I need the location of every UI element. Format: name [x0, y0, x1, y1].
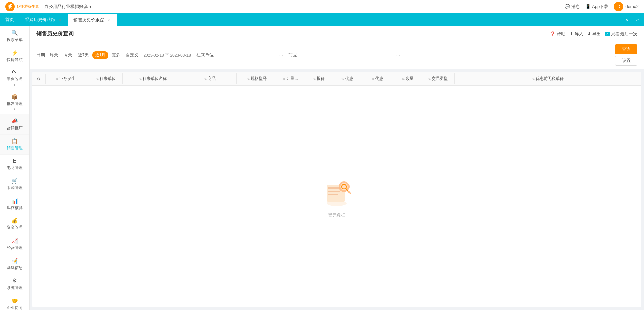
sidebar-item-purchase[interactable]: 🛒 采购管理 [0, 174, 29, 194]
export-btn[interactable]: ⬇ 导出 [587, 31, 601, 37]
page-actions: ❓ 帮助 ⬆ 导入 ⬇ 导出 ✓ 只看最后一次 [550, 31, 637, 37]
search-button[interactable]: 查询 [615, 44, 637, 54]
sidebar-label-purchase: 采购管理 [7, 185, 23, 191]
tab-bar: 首页 采购历史价跟踪 × 销售历史价跟踪 × ✕ ⤢ [0, 13, 644, 26]
th-partner-code[interactable]: ⇅ 往来单位 [89, 73, 123, 84]
filter-right-btns: 查询 设置 [615, 44, 637, 66]
sidebar-label-retail: 零售管理 [7, 77, 23, 82]
sidebar-label-quick-nav: 快捷导航 [7, 57, 23, 63]
partner-input[interactable] [216, 52, 277, 58]
sort-icon: ⇅ [341, 77, 344, 81]
th-partner-name[interactable]: ⇅ 往来单位名称 [123, 73, 183, 84]
svg-rect-3 [328, 191, 340, 192]
sidebar-label-marketing: 营销推广 [7, 125, 23, 131]
sales-mgmt-icon: 📋 [11, 138, 18, 144]
sidebar-label-system: 系统管理 [7, 285, 23, 291]
th-discount2[interactable]: ⇅ 优惠... [364, 73, 394, 84]
th-trade-type[interactable]: ⇅ 交易类型 [421, 73, 455, 84]
date-btn-last7[interactable]: 近7天 [76, 51, 91, 59]
tab-purchase-history-label: 采购历史价跟踪 [25, 17, 55, 23]
sidebar-item-ecommerce[interactable]: 🖥 电商管理 [0, 155, 29, 174]
top-header: 畅 畅捷通好生意 办公用品行业模拟账套 ▾ 💬 消息 📱 App下载 D dem… [0, 0, 644, 13]
th-biz-date[interactable]: ⇅ 业务发生... [46, 73, 89, 84]
date-btn-custom[interactable]: 自定义 [124, 51, 141, 59]
date-btn-today[interactable]: 今天 [62, 51, 74, 59]
product-filter-group: 商品 ··· [288, 52, 400, 58]
partner-filter-group: 往来单位 ··· [196, 52, 283, 58]
tab-purchase-history-close[interactable]: × [57, 17, 63, 22]
fullscreen-btn[interactable]: ⤢ [633, 16, 641, 24]
help-btn[interactable]: ❓ 帮助 [550, 31, 566, 37]
sidebar-item-quick-nav[interactable]: ⚡ 快捷导航 [0, 46, 29, 66]
sidebar-item-inventory[interactable]: 📊 库存核算 [0, 194, 29, 214]
table-header: ⚙ ⇅ 业务发生... ⇅ 往来单位 ⇅ 往来单位名称 ⇅ 商品 [32, 72, 641, 86]
date-btn-yesterday[interactable]: 昨天 [48, 51, 60, 59]
sidebar-item-wholesale-mgmt[interactable]: 📦 批发管理 ▴ [0, 90, 29, 115]
help-icon: ❓ [550, 31, 555, 36]
date-btn-more[interactable]: 更多 [110, 51, 122, 59]
th-product-label: 商品 [208, 76, 216, 82]
product-input[interactable] [300, 52, 394, 58]
sidebar-label-enterprise-coop: 企业协同 [7, 305, 23, 310]
app-download-action[interactable]: 📱 App下载 [585, 4, 608, 10]
header-left: 畅 畅捷通好生意 办公用品行业模拟账套 ▾ [5, 2, 94, 11]
th-discount1[interactable]: ⇅ 优惠... [334, 73, 364, 84]
th-product[interactable]: ⇅ 商品 [183, 73, 237, 84]
th-unit-label: 计量... [286, 76, 298, 82]
tab-home[interactable]: 首页 [0, 13, 19, 26]
th-spec[interactable]: ⇅ 规格型号 [237, 73, 277, 84]
product-label: 商品 [288, 52, 297, 58]
product-dots[interactable]: ··· [396, 53, 400, 58]
company-dropdown[interactable]: 办公用品行业模拟账套 ▾ [42, 2, 94, 11]
partner-label: 往来单位 [196, 52, 214, 58]
sort-icon: ⇅ [96, 77, 99, 81]
only-last-checkbox[interactable]: ✓ [605, 32, 610, 36]
sidebar-label-inventory: 库存核算 [7, 205, 23, 211]
inventory-icon: 📊 [11, 198, 18, 204]
chevron-down-icon: ▾ [14, 83, 15, 87]
chevron-down-icon: ▾ [89, 4, 92, 9]
sidebar-item-enterprise-coop[interactable]: 🤝 企业协同 [0, 294, 29, 310]
app-icon: 📱 [585, 4, 591, 9]
sort-icon: ⇅ [247, 77, 250, 81]
user-area[interactable]: D demo2 [614, 2, 639, 11]
th-pretax-price[interactable]: ⇅ 优惠前无税单价 [455, 73, 641, 84]
tab-sales-history[interactable]: 销售历史价跟踪 × [68, 13, 117, 26]
avatar: D [614, 2, 623, 11]
close-tab-btn[interactable]: ✕ [623, 16, 631, 24]
sidebar-item-marketing[interactable]: 📣 营销推广 [0, 114, 29, 135]
th-unit[interactable]: ⇅ 计量... [277, 73, 304, 84]
sidebar: 🔍 搜索菜单 ⚡ 快捷导航 🛍 零售管理 ▾ 📦 批发管理 ▴ 📣 营销推广 📋… [0, 26, 30, 310]
sidebar-item-retail-mgmt[interactable]: 🛍 零售管理 ▾ [0, 66, 29, 90]
tab-purchase-history[interactable]: 采购历史价跟踪 × [19, 13, 68, 26]
th-qty[interactable]: ⇅ 数量 [394, 73, 421, 84]
date-btn-last1m[interactable]: 近1月 [92, 51, 109, 59]
empty-state: 暂元数据 [32, 86, 641, 307]
sidebar-item-system[interactable]: ⚙ 系统管理 [0, 274, 29, 294]
sidebar-item-sales-mgmt[interactable]: 📋 销售管理 [0, 135, 29, 155]
settings-button[interactable]: 设置 [615, 56, 637, 66]
purchase-icon: 🛒 [11, 177, 18, 184]
wholesale-icon: 📦 [11, 94, 18, 100]
main-layout: 🔍 搜索菜单 ⚡ 快捷导航 🛍 零售管理 ▾ 📦 批发管理 ▴ 📣 营销推广 📋… [0, 26, 644, 310]
settings-icon: ⚙ [37, 76, 41, 81]
empty-illustration [320, 175, 354, 208]
only-last-checkbox-label[interactable]: ✓ 只看最后一次 [605, 31, 637, 37]
th-settings[interactable]: ⚙ [32, 74, 46, 84]
retail-icon: 🛍 [12, 69, 17, 75]
sidebar-label-finance: 资金管理 [7, 225, 23, 230]
partner-dots[interactable]: ··· [279, 53, 283, 58]
sidebar-item-search-menu[interactable]: 🔍 搜索菜单 [0, 26, 29, 46]
tab-sales-history-close[interactable]: × [106, 17, 111, 23]
sort-icon: ⇅ [139, 77, 142, 81]
th-price[interactable]: ⇅ 报价 [304, 73, 334, 84]
sidebar-item-finance[interactable]: 💰 资金管理 [0, 214, 29, 234]
sidebar-label-operation: 经营管理 [7, 245, 23, 251]
sidebar-item-basic-info[interactable]: 📝 基础信息 [0, 254, 29, 274]
th-partner-name-label: 往来单位名称 [143, 76, 167, 82]
enterprise-coop-icon: 🤝 [11, 298, 18, 304]
finance-icon: 💰 [11, 217, 18, 224]
sidebar-item-operation[interactable]: 📈 经营管理 [0, 234, 29, 254]
import-btn[interactable]: ⬆ 导入 [570, 31, 583, 37]
message-action[interactable]: 💬 消息 [565, 4, 580, 10]
